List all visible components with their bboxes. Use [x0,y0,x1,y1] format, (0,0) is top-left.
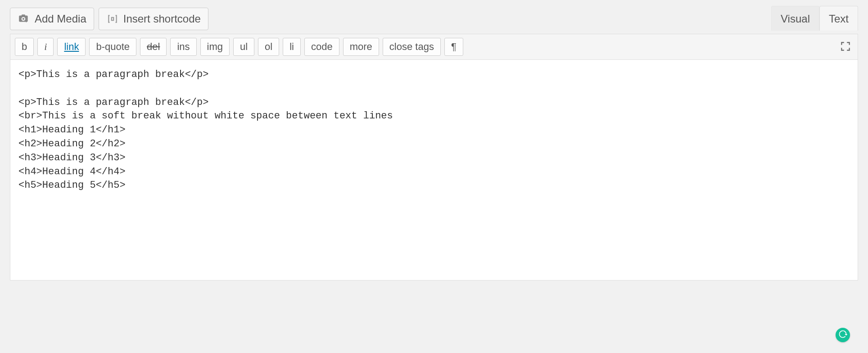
paragraph-marks-button[interactable]: ¶ [444,38,463,56]
img-button[interactable]: img [200,38,230,56]
insert-shortcode-button[interactable]: Insert shortcode [99,8,208,30]
code-button[interactable]: code [304,38,339,56]
ins-button[interactable]: ins [170,38,196,56]
add-media-button[interactable]: Add Media [10,8,94,30]
bold-button[interactable]: b [15,38,34,56]
ol-button[interactable]: ol [258,38,279,56]
tab-visual[interactable]: Visual [771,6,819,31]
link-button[interactable]: link [57,38,86,56]
editor-wrap: Add Media Insert shortcode Visual Text b… [0,0,868,282]
insert-shortcode-label: Insert shortcode [123,14,201,24]
more-button[interactable]: more [343,38,379,56]
media-buttons-group: Add Media Insert shortcode [10,8,208,30]
quicktags-toolbar: b i link b-quote del ins img ul ol li co… [10,34,858,60]
del-button[interactable]: del [140,38,167,56]
blockquote-button[interactable]: b-quote [89,38,136,56]
editor-tabs: Visual Text [771,5,858,30]
close-tags-button[interactable]: close tags [383,38,441,56]
add-media-label: Add Media [35,14,86,24]
tab-text[interactable]: Text [819,6,858,31]
editor-top-row: Add Media Insert shortcode Visual Text [10,5,858,30]
camera-music-icon [18,13,30,25]
li-button[interactable]: li [283,38,301,56]
quicktags-left-group: b i link b-quote del ins img ul ol li co… [15,38,463,56]
italic-button[interactable]: i [37,38,54,56]
ul-button[interactable]: ul [233,38,254,56]
fullscreen-icon [840,47,851,54]
shortcode-icon [106,13,119,25]
content-textarea[interactable] [10,60,858,281]
fullscreen-button[interactable] [838,39,853,55]
quicktags-right-group [838,39,853,55]
